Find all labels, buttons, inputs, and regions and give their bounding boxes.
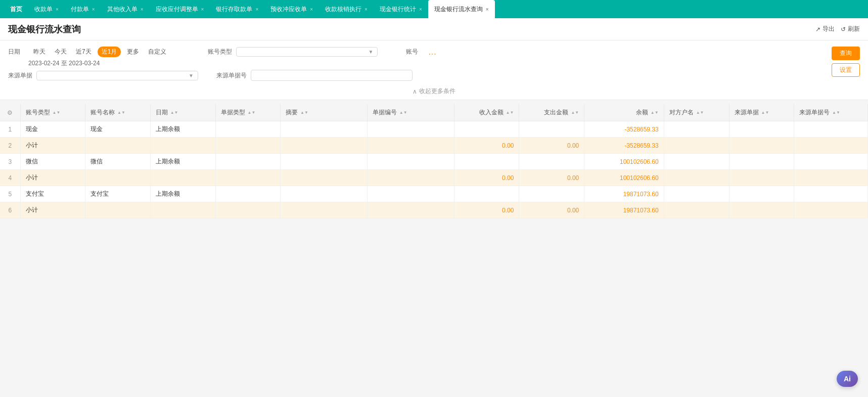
table-cell [367,202,454,218]
date-filter-group: 日期 昨天 今天 近7天 近1月 更多 自定义 [8,47,169,57]
nav-other-income-close[interactable]: × [141,7,144,12]
table-cell: 2 [0,138,20,154]
settings-button[interactable]: 设置 [832,63,860,77]
nav-cash-bank-stats[interactable]: 现金银行统计 × [374,0,428,18]
refresh-button[interactable]: ↺ 刷新 [841,25,860,33]
date-option-7days[interactable]: 近7天 [73,47,95,57]
table-cell [794,138,868,154]
nav-cash-bank-flow-close[interactable]: × [486,7,489,12]
th-expense[interactable]: 支出金额 ▲▼ [519,104,584,121]
sort-counterpart-icon: ▲▼ [696,111,704,115]
nav-ar-ap-adj[interactable]: 应收应付调整单 × [150,0,210,18]
th-doc-no[interactable]: 单据编号 ▲▼ [367,104,454,121]
table-cell: 5 [0,186,20,202]
query-button[interactable]: 查询 [832,47,860,60]
export-button[interactable]: ↗ 导出 [815,25,835,33]
table-cell [150,138,215,154]
table-cell [215,202,281,218]
date-option-1month[interactable]: 近1月 [98,47,121,57]
date-option-more[interactable]: 更多 [124,47,142,57]
source-doc-no-input[interactable] [251,70,413,81]
table-cell [367,154,454,170]
sort-doc-type-icon: ▲▼ [248,111,256,115]
date-label: 日期 [8,48,26,56]
table-cell [794,170,868,186]
account-type-filter-group: 账号类型 ▼ [208,47,378,57]
top-nav: 首页 收款单 × 付款单 × 其他收入单 × 应收应付调整单 × 银行存取款单 … [0,0,868,18]
header-actions: ↗ 导出 ↺ 刷新 [815,25,860,33]
table-row[interactable]: 4小计0.000.00100102606.60 [0,170,868,186]
nav-advance-offset[interactable]: 预收冲应收单 × [264,0,319,18]
table-cell [729,186,794,202]
source-doc-select[interactable]: ▼ [36,71,198,80]
th-income[interactable]: 收入金额 ▲▼ [454,104,519,121]
nav-collection-exec[interactable]: 收款核销执行 × [319,0,374,18]
nav-cash-bank-flow[interactable]: 现金银行流水查询 × [428,0,495,18]
th-source-doc-no[interactable]: 来源单据号 ▲▼ [794,104,868,121]
nav-bank-deposit[interactable]: 银行存取款单 × [210,0,264,18]
th-counterpart[interactable]: 对方户名 ▲▼ [664,104,729,121]
table-row[interactable]: 5支付宝支付宝上期余额19871073.60 [0,186,868,202]
nav-payment[interactable]: 付款单 × [65,0,101,18]
account-filter-group: 账号 ... [406,48,436,57]
table-cell [794,154,868,170]
th-doc-type[interactable]: 单据类型 ▲▼ [215,104,281,121]
table-row[interactable]: 3微信微信上期余额100102606.60 [0,154,868,170]
table-cell [664,154,729,170]
table-settings-icon: ⚙ [7,109,13,116]
nav-advance-offset-label: 预收冲应收单 [270,5,307,14]
nav-collection-exec-close[interactable]: × [364,7,368,12]
th-date[interactable]: 日期 ▲▼ [150,104,215,121]
table-cell: 0.00 [454,170,519,186]
table-cell [519,154,584,170]
table-cell: -3528659.33 [584,121,664,138]
nav-cash-bank-stats-close[interactable]: × [419,7,422,12]
table-cell: 19871073.60 [584,202,664,218]
table-cell: 3 [0,154,20,170]
nav-home[interactable]: 首页 [4,0,28,18]
table-cell: 上期余额 [150,154,215,170]
th-balance[interactable]: 余额 ▲▼ [584,104,664,121]
table-cell [215,121,281,138]
account-type-label: 账号类型 [208,48,232,56]
page-header: 现金银行流水查询 ↗ 导出 ↺ 刷新 [0,18,868,40]
sort-expense-icon: ▲▼ [571,111,579,115]
th-source-doc[interactable]: 来源单据 ▲▼ [729,104,794,121]
table-cell [281,186,368,202]
th-summary[interactable]: 摘要 ▲▼ [281,104,368,121]
table-cell [519,186,584,202]
account-type-select[interactable]: ▼ [236,47,378,57]
collapse-bar[interactable]: ∧ 收起更多条件 [8,85,860,96]
date-option-yesterday[interactable]: 昨天 [30,47,49,57]
account-dots-button[interactable]: ... [428,48,436,57]
table-row[interactable]: 2小计0.000.00-3528659.33 [0,138,868,154]
th-account-name[interactable]: 账号名称 ▲▼ [85,104,151,121]
table-cell [729,121,794,138]
table-cell: 上期余额 [150,186,215,202]
table-cell [664,170,729,186]
date-option-today[interactable]: 今天 [52,47,70,57]
table-cell: 上期余额 [150,121,215,138]
table-row[interactable]: 1现金现金上期余额-3528659.33 [0,121,868,138]
nav-cash-bank-flow-label: 现金银行流水查询 [434,5,483,14]
table-cell [281,170,368,186]
th-account-type[interactable]: 账号类型 ▲▼ [20,104,85,121]
date-option-custom[interactable]: 自定义 [145,47,169,57]
nav-receipt[interactable]: 收款单 × [28,0,65,18]
nav-ar-ap-adj-close[interactable]: × [201,7,204,12]
table-cell [215,170,281,186]
table-cell [367,170,454,186]
table-row[interactable]: 6小计0.000.0019871073.60 [0,202,868,218]
nav-other-income[interactable]: 其他收入单 × [101,0,150,18]
nav-other-income-label: 其他收入单 [107,5,138,14]
table-cell [454,186,519,202]
table-settings-header[interactable]: ⚙ [0,104,20,121]
nav-advance-offset-close[interactable]: × [310,7,313,12]
nav-bank-deposit-close[interactable]: × [255,7,258,12]
table-cell [664,202,729,218]
nav-payment-close[interactable]: × [92,7,95,12]
table-cell [150,170,215,186]
table-cell: 0.00 [454,202,519,218]
export-label: 导出 [823,25,835,33]
nav-receipt-close[interactable]: × [56,7,59,12]
